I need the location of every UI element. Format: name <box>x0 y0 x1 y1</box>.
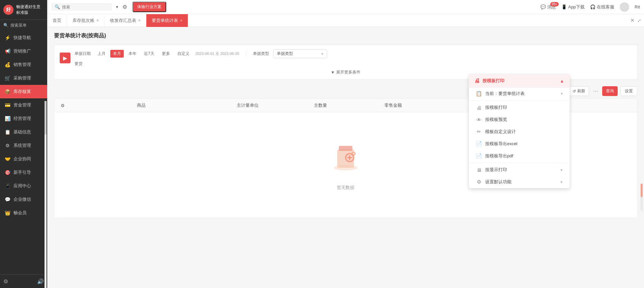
tab-close-order-stats[interactable]: × <box>180 18 182 23</box>
dropdown-default-func[interactable]: ⚙ 设置默认功能 ▾ <box>469 176 569 188</box>
col-settings[interactable]: ⚙ <box>54 103 71 108</box>
filter-divider <box>246 51 246 57</box>
settings-button[interactable]: 设置 <box>620 86 637 96</box>
filter-extra-row: 要货 <box>75 61 632 67</box>
template-print-icon: 🖨 <box>476 105 482 110</box>
tab-batch-accounts[interactable]: 库存批次账 × <box>67 14 105 27</box>
default-func-label: 设置默认功能 <box>485 179 511 185</box>
settings-bottom-icon[interactable]: ⚙ <box>3 278 8 285</box>
sidebar-item-label: 销售管理 <box>13 62 31 68</box>
default-func-icon: ⚙ <box>476 179 482 185</box>
app-download-btn[interactable]: 📱 App下载 <box>561 4 585 10</box>
tab-label: 要货单统计表 <box>152 18 178 24</box>
empty-illustration <box>329 139 362 179</box>
template-design-icon: ✏ <box>476 129 482 135</box>
dropdown-template-design[interactable]: ✏ 模板自定义设计 <box>469 126 569 138</box>
online-service-btn[interactable]: 🎧 在线客服 <box>590 4 614 10</box>
date-custom[interactable]: 自定义 <box>175 50 192 58</box>
collab-icon: 🤝 <box>4 156 11 162</box>
tab-maximize-btn[interactable]: ⤢ <box>637 18 641 23</box>
order-type-select[interactable]: 单据类型 ▾ <box>273 49 327 58</box>
user-avatar[interactable] <box>620 2 629 12</box>
app-download-label: App下载 <box>568 4 585 10</box>
dropdown-current-template[interactable]: 📋 当前：要货单统计表 ▾ <box>469 88 569 100</box>
inventory-icon: 📦 <box>4 88 11 95</box>
sidebar-item-label: 采购管理 <box>13 75 31 81</box>
dropdown-export-excel[interactable]: 📄 按模板导出excel <box>469 138 569 150</box>
more-button[interactable]: ··· <box>592 86 599 96</box>
sidebar-item-quick-nav[interactable]: ⚡ 快捷导航 <box>0 31 47 44</box>
sidebar-item-sales[interactable]: 💰 销售管理 <box>0 58 47 71</box>
dropdown-close-chevron[interactable]: ▲ <box>560 78 564 84</box>
sidebar-item-wechat[interactable]: 💬 企业微信 <box>0 193 47 206</box>
date-prev-month[interactable]: 上月 <box>95 50 108 58</box>
sidebar-item-guide[interactable]: 🎯 新手引导 <box>0 166 47 179</box>
date-buttons: 上月 本月 本年 近7天 更多 自定义 2023-06-01 至 2023-06… <box>95 50 239 58</box>
sidebar-search[interactable]: 🔍 搜索菜单 <box>0 20 47 31</box>
sidebar-item-collab[interactable]: 🤝 企业协同 <box>0 152 47 166</box>
apps-icon: 📱 <box>4 183 11 189</box>
date-current-year[interactable]: 本年 <box>126 50 139 58</box>
current-template-arrow: ▾ <box>561 91 563 96</box>
date-current-month[interactable]: 本月 <box>110 50 124 58</box>
query-button[interactable]: 查询 <box>602 86 618 96</box>
tab-close-batch-accounts[interactable]: × <box>96 18 99 23</box>
filter-expand-arrow[interactable]: ▶ <box>60 53 70 63</box>
date-last-7[interactable]: 近7天 <box>141 50 157 58</box>
dropdown-template-preview[interactable]: 👁 按模板预览 <box>469 114 569 126</box>
sidebar-item-marketing[interactable]: 📢 营销推广 <box>0 44 47 58</box>
col-product: 商品 <box>71 102 211 108</box>
username-label: Rit <box>635 4 640 9</box>
expand-more-btn[interactable]: ▼ 展开更多条件 <box>331 69 360 75</box>
print-dropdown-menu: 🖨 按模板打印 ▲ 📋 当前：要货单统计表 ▾ 🖨 按模板打印 👁 按模板预览 <box>469 74 570 188</box>
dropdown-title: 按模板打印 <box>482 78 504 84</box>
refresh-button[interactable]: ↺ 刷新 <box>569 86 589 96</box>
refresh-icon: ↺ <box>573 89 576 94</box>
search-label: 搜索菜单 <box>10 23 27 28</box>
page-title: 要货单统计表(按商品) <box>54 32 637 39</box>
date-more[interactable]: 更多 <box>159 50 173 58</box>
template-print-label: 按模板打印 <box>485 104 507 110</box>
dropdown-display-print[interactable]: 🖥 按显示打印 ▾ <box>469 164 569 176</box>
dropdown-template-print[interactable]: 🖨 按模板打印 <box>469 101 569 114</box>
date-range-display: 2023-06-01 至 2023-06-30 <box>196 51 239 56</box>
topbar-gear-icon[interactable]: ⚙ <box>122 4 127 10</box>
filter-main-row: ▶ 单据日期 上月 本月 本年 近7天 更多 自定义 2023-06-01 至 … <box>60 49 632 67</box>
divider-1 <box>469 100 569 101</box>
dropdown-export-pdf[interactable]: 📄 按模板导出pdf <box>469 150 569 162</box>
tab-label: 库存批次账 <box>72 18 94 24</box>
sidebar-item-purchase[interactable]: 🛒 采购管理 <box>0 71 47 85</box>
sound-bottom-icon[interactable]: 🔊 <box>37 278 44 285</box>
sidebar-item-label: 新手引导 <box>13 169 31 175</box>
template-design-label: 模板自定义设计 <box>485 129 516 135</box>
tab-order-stats[interactable]: 要货单统计表 × <box>146 14 188 27</box>
topbar-dropdown-icon[interactable]: ▾ <box>116 4 118 9</box>
tab-close-collect-summary[interactable]: × <box>138 18 141 23</box>
purchase-icon: 🛒 <box>4 75 11 82</box>
main-area: 🔍 ▾ ⚙ 体验行业方案 💬 消息 99+ 📱 App下载 🎧 在线客服 Rit <box>47 0 644 288</box>
messages-btn[interactable]: 💬 消息 99+ <box>540 4 556 10</box>
sidebar-item-label: 营销推广 <box>13 48 31 54</box>
sidebar-item-finance[interactable]: 💳 资金管理 <box>0 98 47 112</box>
order-type-label: 单据类型 <box>253 51 269 57</box>
empty-text: 暂无数据 <box>337 185 354 191</box>
sidebar-item-basic[interactable]: 📋 基础信息 <box>0 125 47 139</box>
topbar-search-input[interactable] <box>62 5 96 9</box>
tab-home[interactable]: 首页 <box>47 14 67 27</box>
tab-collect-summary[interactable]: 收发存汇总表 × <box>105 14 146 27</box>
sidebar-item-member[interactable]: 👑 畅会员 <box>0 206 47 220</box>
sidebar-item-apps[interactable]: 📱 应用中心 <box>0 179 47 193</box>
sidebar-item-label: 系统管理 <box>13 142 31 149</box>
trial-button[interactable]: 体验行业方案 <box>133 2 166 12</box>
search-icon: 🔍 <box>3 23 8 28</box>
sidebar-item-operations[interactable]: 📊 经营管理 <box>0 112 47 125</box>
sidebar-item-label: 企业微信 <box>13 196 31 202</box>
sidebar-item-label: 库存核算 <box>13 89 31 95</box>
tab-close-all-btn[interactable]: ✕ <box>630 17 635 24</box>
sidebar-nav: ⚡ 快捷导航 📢 营销推广 💰 销售管理 🛒 采购管理 📦 库存核算 💳 资金管… <box>0 31 47 275</box>
sidebar-item-system[interactable]: ⚙ 系统管理 <box>0 139 47 152</box>
sidebar-item-inventory[interactable]: 📦 库存核算 <box>0 85 47 98</box>
topbar-search-box[interactable]: 🔍 <box>51 3 112 11</box>
date-label: 单据日期 <box>75 51 91 57</box>
export-pdf-label: 按模板导出pdf <box>485 153 513 159</box>
